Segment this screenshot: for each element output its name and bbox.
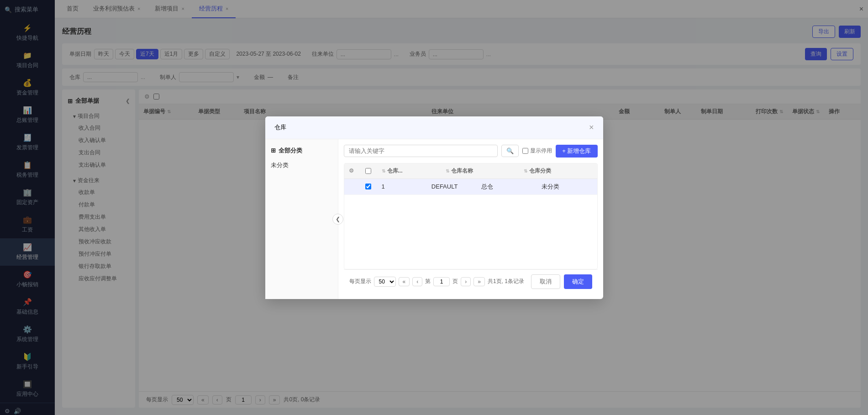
modal-total-info: 共1页, 1条记录 bbox=[488, 278, 524, 285]
modal-th-settings: ⚙ bbox=[344, 163, 361, 179]
confirm-button[interactable]: 确定 bbox=[564, 274, 592, 289]
modal-left-header[interactable]: ⊞ 全部分类 bbox=[265, 143, 338, 158]
row-checkbox[interactable] bbox=[365, 184, 371, 189]
modal-th-name: ⇅ 仓库名称 bbox=[441, 163, 519, 179]
th-name-label: 仓库名称 bbox=[451, 167, 473, 175]
modal-grid-icon: ⊞ bbox=[271, 147, 276, 154]
modal-first-page[interactable]: « bbox=[399, 277, 410, 286]
show-disabled-label[interactable]: 显示停用 bbox=[522, 147, 552, 155]
warehouse-modal: 仓库 × ⊞ 全部分类 未分类 ❮ bbox=[265, 116, 603, 299]
modal-left-item-unclassified[interactable]: 未分类 bbox=[265, 158, 338, 172]
row-code-val: DEFAULT bbox=[431, 183, 458, 190]
modal-next-page[interactable]: › bbox=[461, 277, 471, 286]
modal-table: ⚙ ⇅ 仓库... ⇅ 仓库名称 bbox=[344, 163, 598, 269]
modal-table-row[interactable]: 1 DEFAULT 总仓 未分类 bbox=[344, 179, 597, 195]
modal-per-page-label: 每页显示 bbox=[349, 278, 371, 285]
modal-left-toggle-btn[interactable]: ❮ bbox=[332, 214, 343, 225]
search-icon2: 🔍 bbox=[506, 147, 514, 154]
add-warehouse-btn[interactable]: + 新增仓库 bbox=[556, 145, 597, 158]
modal-th-code: ⇅ 仓库... bbox=[377, 163, 442, 179]
modal-prev-page[interactable]: ‹ bbox=[412, 277, 422, 286]
modal-per-page-select[interactable]: 50 bbox=[374, 277, 396, 287]
modal-th-category: ⇅ 仓库分类 bbox=[519, 163, 597, 179]
modal-close-btn[interactable]: × bbox=[589, 123, 594, 132]
row-name: 总仓 bbox=[477, 179, 537, 194]
modal-footer: 每页显示 50 « ‹ 第 页 › » 共1页, 1条记录 bbox=[344, 269, 598, 294]
th-category-label: 仓库分类 bbox=[529, 167, 551, 175]
sort-category[interactable]: ⇅ bbox=[524, 168, 527, 173]
modal-search-bar: 🔍 显示停用 + 新增仓库 bbox=[344, 145, 598, 158]
modal-left-header-label: 全部分类 bbox=[279, 147, 302, 155]
show-disabled-text: 显示停用 bbox=[530, 147, 552, 155]
modal-right-panel: 🔍 显示停用 + 新增仓库 ⚙ bbox=[338, 139, 603, 299]
row-category: 未分类 bbox=[537, 179, 597, 194]
modal-pagination: 每页显示 50 « ‹ 第 页 › » 共1页, 1条记录 bbox=[349, 277, 524, 287]
modal-th-check bbox=[361, 163, 377, 179]
sort-name[interactable]: ⇅ bbox=[446, 168, 449, 173]
th-settings-icon[interactable]: ⚙ bbox=[349, 168, 354, 174]
sort-code[interactable]: ⇅ bbox=[382, 168, 385, 173]
row-name-val: 总仓 bbox=[481, 183, 493, 191]
modal-last-page[interactable]: » bbox=[473, 277, 485, 286]
modal-select-all[interactable] bbox=[365, 168, 371, 174]
row-check bbox=[361, 179, 377, 194]
modal-actions: 取消 确定 bbox=[531, 274, 592, 289]
show-disabled-checkbox[interactable] bbox=[522, 148, 528, 154]
modal-title: 仓库 bbox=[274, 123, 286, 131]
modal-search-input[interactable] bbox=[344, 145, 498, 157]
modal-table-header: ⚙ ⇅ 仓库... ⇅ 仓库名称 bbox=[344, 163, 597, 179]
modal-header: 仓库 × bbox=[265, 116, 603, 139]
modal-page-prefix: 第 bbox=[425, 278, 431, 285]
modal-page-input[interactable] bbox=[433, 277, 450, 286]
row-category-val: 未分类 bbox=[542, 183, 559, 191]
modal-left-panel: ⊞ 全部分类 未分类 ❮ bbox=[265, 139, 338, 299]
row-settings bbox=[344, 179, 361, 194]
modal-overlay: 仓库 × ⊞ 全部分类 未分类 ❮ bbox=[0, 0, 868, 415]
modal-page-suffix: 页 bbox=[452, 278, 458, 285]
modal-toggle-icon: ❮ bbox=[336, 216, 340, 222]
modal-search-btn[interactable]: 🔍 bbox=[501, 145, 519, 157]
modal-body: ⊞ 全部分类 未分类 ❮ 🔍 显示停用 bbox=[265, 139, 603, 299]
row-seq: 1 bbox=[377, 179, 427, 194]
row-code: DEFAULT bbox=[427, 179, 477, 194]
row-seq-val: 1 bbox=[382, 183, 385, 190]
cancel-button[interactable]: 取消 bbox=[531, 274, 560, 289]
th-code-label: 仓库... bbox=[387, 167, 403, 175]
